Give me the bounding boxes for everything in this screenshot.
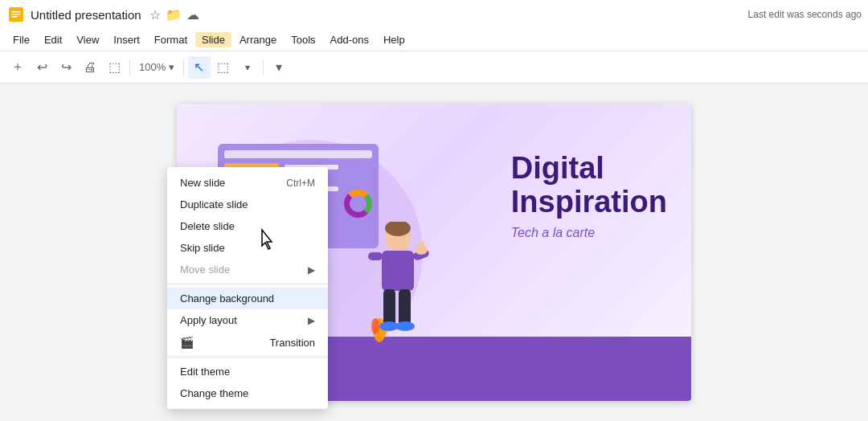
menu-tools[interactable]: Tools [285,32,321,47]
svg-rect-2 [11,14,21,15]
menu-bar: File Edit View Insert Format Slide Arran… [0,29,868,51]
menu-view[interactable]: View [70,32,105,47]
menu-apply-layout[interactable]: Apply layout ▶ [167,309,328,331]
menu-file[interactable]: File [6,32,36,47]
menu-move-slide: Move slide ▶ [167,259,328,280]
toolbar-shape-arrow[interactable]: ▾ [236,56,259,79]
slide-panel: $ DigitalInspiration Tech a la carte [0,84,868,421]
presentation-title[interactable]: Untitled presentation [31,8,141,22]
svg-point-19 [395,321,415,331]
slide-dropdown-menu: New slide Ctrl+M Duplicate slide Delete … [167,167,328,409]
toolbar-print[interactable]: 🖨 [79,56,101,79]
folder-icon[interactable]: 📁 [166,7,182,22]
menu-change-background[interactable]: Change background [167,288,328,309]
menu-insert[interactable]: Insert [107,32,146,47]
menu-format[interactable]: Format [148,32,194,47]
svg-rect-17 [399,289,411,325]
svg-rect-21 [419,241,424,251]
donut-chart [344,190,372,218]
change-background-label: Change background [180,292,274,305]
svg-rect-1 [11,11,21,13]
new-slide-label: New slide [180,177,225,189]
svg-rect-3 [11,16,18,18]
menu-slide[interactable]: Slide [195,32,231,47]
toolbar-shape[interactable]: ⬚ [212,56,235,79]
toolbar: ＋ ↩ ↪ 🖨 ⬚ 100% ▾ ↖ ⬚ ▾ ▾ [0,51,868,84]
delete-slide-label: Delete slide [180,220,235,232]
menu-arrange[interactable]: Arrange [233,32,283,47]
move-slide-label: Move slide [180,264,230,276]
star-icon[interactable]: ☆ [149,7,161,22]
svg-rect-14 [368,252,383,260]
toolbar-zoom[interactable]: 100% ▾ [134,56,179,79]
transition-icon-left: 🎬 [180,336,194,349]
last-edit-status: Last edit was seconds ago [748,9,862,20]
duplicate-slide-label: Duplicate slide [180,198,248,210]
toolbar-separator-3 [263,59,264,76]
cloud-icon[interactable]: ☁ [186,7,199,22]
menu-edit-theme[interactable]: Edit theme [167,361,328,382]
slide-title: DigitalInspiration Tech a la carte [511,152,667,239]
toolbar-redo[interactable]: ↪ [55,56,77,79]
edit-theme-label: Edit theme [180,366,230,378]
transition-label: Transition [269,337,315,349]
apply-layout-arrow: ▶ [308,315,315,326]
browser-address-bar [224,150,372,158]
change-theme-label: Change theme [180,387,248,399]
menu-change-theme[interactable]: Change theme [167,382,328,404]
move-slide-arrow: ▶ [308,264,315,276]
menu-help[interactable]: Help [377,32,411,47]
character-figure [362,222,434,353]
toolbar-separator-2 [183,59,184,76]
app-logo [6,5,26,24]
svg-rect-13 [382,251,414,291]
apply-layout-label: Apply layout [180,314,237,326]
menu-skip-slide[interactable]: Skip slide [167,237,328,259]
menu-new-slide[interactable]: New slide Ctrl+M [167,172,328,194]
toolbar-format-paint[interactable]: ⬚ [103,56,125,79]
menu-duplicate-slide[interactable]: Duplicate slide [167,194,328,215]
dropdown-divider-2 [167,357,328,358]
main-area: $ DigitalInspiration Tech a la carte New… [0,84,868,421]
title-bar: Untitled presentation ☆ 📁 ☁ Last edit wa… [0,0,868,29]
svg-rect-16 [383,289,395,325]
skip-slide-label: Skip slide [180,242,225,254]
toolbar-undo[interactable]: ↩ [31,56,53,79]
menu-addons[interactable]: Add-ons [324,32,375,47]
dropdown-divider-1 [167,284,328,284]
toolbar-cursor[interactable]: ↖ [188,56,211,79]
toolbar-separator-1 [129,59,130,76]
toolbar-more[interactable]: ▾ [268,56,290,79]
new-slide-shortcut: Ctrl+M [286,178,315,189]
menu-transition[interactable]: 🎬 Transition [167,331,328,354]
toolbar-add[interactable]: ＋ [6,56,29,79]
menu-edit[interactable]: Edit [38,32,68,47]
menu-delete-slide[interactable]: Delete slide [167,215,328,237]
